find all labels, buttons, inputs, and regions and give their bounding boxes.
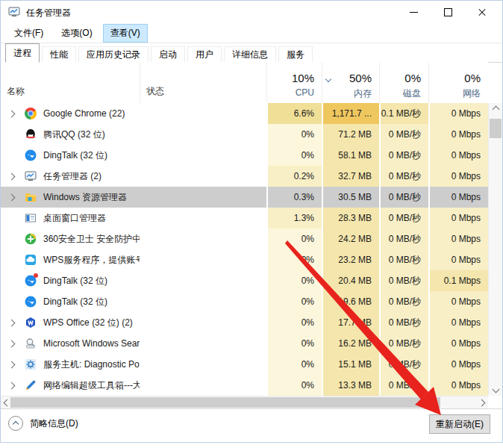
tab-users[interactable]: 用户	[187, 46, 222, 62]
process-name: 桌面窗口管理器	[43, 212, 106, 225]
expand-chevron-icon[interactable]	[7, 195, 16, 200]
memory-cell: 30.5 MB	[322, 187, 379, 208]
process-table-body: Google Chrome (22)6.6%1,171.7 ...0.1 MB/…	[1, 103, 488, 396]
process-row[interactable]: DingTalk (32 位)0%19.6 MB0 MB/秒0 Mbps	[1, 291, 488, 312]
process-row[interactable]: WPS Office (32 位) (2)0%17.7 MB0 MB/秒0 Mb…	[1, 312, 488, 333]
tab-services[interactable]: 服务	[278, 46, 313, 62]
column-header-disk[interactable]: 0% 磁盘	[379, 62, 428, 103]
collapse-circle-icon	[8, 416, 23, 431]
cpu-cell: 0.3%	[266, 187, 322, 208]
cpu-cell: 0%	[266, 228, 322, 249]
restart-button[interactable]: 重新启动(E)	[429, 414, 490, 434]
scrollbar-corner	[488, 396, 502, 408]
column-header-status[interactable]: 状态	[140, 62, 266, 103]
process-status-cell	[140, 333, 266, 354]
process-row[interactable]: 桌面窗口管理器1.3%28.3 MB0 MB/秒0 Mbps	[1, 208, 488, 228]
column-header-memory[interactable]: 50% 内存	[322, 62, 379, 103]
memory-cell: 20.4 MB	[322, 270, 379, 291]
process-status-cell	[140, 124, 266, 145]
process-name: DingTalk (32 位)	[43, 149, 107, 162]
process-row[interactable]: Windows 资源管理器0.3%30.5 MB0 MB/秒0 Mbps	[1, 187, 488, 208]
tab-performance[interactable]: 性能	[42, 46, 76, 62]
chevron-left-icon	[4, 399, 11, 406]
cpu-cell: 0%	[266, 249, 322, 270]
process-row[interactable]: 服务主机: Diagnostic Policy S...0%15.1 MB0 M…	[1, 354, 488, 375]
network-cell: 0 Mbps	[428, 249, 488, 270]
menu-options[interactable]: 选项(O)	[54, 24, 99, 43]
network-cell: 0 Mbps	[428, 354, 488, 375]
cpu-cell: 0%	[266, 270, 322, 291]
expand-chevron-icon[interactable]	[7, 362, 16, 367]
disk-total: 0%	[380, 62, 428, 85]
process-row[interactable]: 网络编辑超级工具箱---大海加...0%13.3 MB0 MB/秒0 Mbps	[1, 375, 488, 396]
tab-processes[interactable]: 进程	[5, 43, 40, 63]
process-name: 服务主机: Diagnostic Policy S...	[43, 358, 140, 371]
services-icon	[25, 358, 37, 370]
process-name-cell: DingTalk (32 位)	[1, 145, 140, 166]
scroll-right-button[interactable]	[475, 396, 488, 408]
memory-cell: 32.7 MB	[322, 166, 379, 187]
menu-view[interactable]: 查看(V)	[103, 24, 148, 43]
memory-cell: 16.2 MB	[322, 333, 379, 354]
horizontal-scrollbar-thumb[interactable]	[10, 397, 440, 408]
process-row[interactable]: 360安全卫士 安全防护中心模块...0%24.2 MB0 MB/秒0 Mbps	[1, 228, 488, 249]
expand-chevron-icon[interactable]	[7, 383, 16, 388]
minimize-button[interactable]	[396, 1, 431, 23]
scroll-up-button[interactable]	[489, 103, 502, 116]
process-name: WPS服务程序，提供账号登录...	[43, 254, 140, 267]
safe360-icon	[25, 233, 37, 245]
column-header-cpu[interactable]: 10% CPU	[266, 62, 322, 103]
scroll-down-button[interactable]	[489, 383, 502, 396]
column-header-name[interactable]: 名称	[1, 62, 140, 103]
task-manager-app-icon	[8, 6, 20, 18]
menu-file[interactable]: 文件(F)	[7, 24, 51, 43]
vertical-scrollbar[interactable]	[488, 103, 502, 396]
title-bar: 任务管理器	[1, 1, 502, 23]
qq-icon	[25, 128, 37, 140]
tab-startup[interactable]: 启动	[151, 46, 185, 62]
process-row[interactable]: Microsoft Windows Search ...0%16.2 MB0 M…	[1, 333, 488, 354]
expand-chevron-icon[interactable]	[7, 320, 16, 326]
cpu-cell: 0%	[266, 312, 322, 333]
close-button[interactable]	[465, 1, 499, 23]
cpu-cell: 1.3%	[266, 208, 322, 228]
expand-chevron-icon[interactable]	[7, 111, 16, 116]
process-row[interactable]: Google Chrome (22)6.6%1,171.7 ...0.1 MB/…	[1, 103, 488, 124]
memory-cell: 71.2 MB	[322, 124, 379, 145]
process-name: 任务管理器 (2)	[43, 170, 101, 183]
tab-app-history[interactable]: 应用历史记录	[78, 46, 149, 62]
menu-bar: 文件(F) 选项(O) 查看(V)	[1, 23, 502, 43]
process-row[interactable]: DingTalk (32 位)0%20.4 MB0 MB/秒0.1 Mbps	[1, 270, 488, 291]
expand-chevron-icon[interactable]	[7, 341, 16, 346]
tab-strip: 进程 性能 应用历史记录 启动 用户 详细信息 服务	[1, 43, 502, 63]
tab-details[interactable]: 详细信息	[224, 46, 276, 62]
process-row[interactable]: DingTalk (32 位)0%58.1 MB0 MB/秒0 Mbps	[1, 145, 488, 166]
process-row[interactable]: 腾讯QQ (32 位)0%71.2 MB0 MB/秒0 Mbps	[1, 124, 488, 145]
process-status-cell	[140, 312, 266, 333]
disk-cell: 0 MB/秒	[379, 145, 428, 166]
process-name: DingTalk (32 位)	[43, 296, 107, 308]
process-row[interactable]: WPS服务程序，提供账号登录...0%23.2 MB0 MB/秒0 Mbps	[1, 249, 488, 270]
wpsoffice-icon	[25, 317, 37, 329]
maximize-icon	[444, 8, 452, 16]
taskmgr-icon	[25, 170, 37, 182]
memory-cell: 58.1 MB	[322, 145, 379, 166]
fewer-details-toggle[interactable]: 简略信息(D)	[8, 416, 78, 431]
network-cell: 0 Mbps	[428, 208, 488, 228]
memory-cell: 28.3 MB	[322, 208, 379, 228]
cpu-cell: 0%	[266, 375, 322, 396]
expand-chevron-icon[interactable]	[7, 174, 16, 179]
horizontal-scrollbar[interactable]	[1, 396, 488, 408]
dingtalk-icon	[25, 296, 37, 308]
process-name-cell: 网络编辑超级工具箱---大海加...	[1, 375, 140, 396]
network-cell: 0 Mbps	[428, 124, 488, 145]
process-row[interactable]: 任务管理器 (2)0.2%32.7 MB0 MB/秒0 Mbps	[1, 166, 488, 187]
memory-total: 50%	[349, 72, 372, 84]
process-name: DingTalk (32 位)	[43, 275, 107, 287]
column-header-network[interactable]: 0% 网络	[428, 62, 488, 103]
window-title: 任务管理器	[26, 7, 71, 19]
vertical-scrollbar-thumb[interactable]	[490, 119, 502, 138]
cpu-cell: 0%	[266, 124, 322, 145]
process-status-cell	[140, 228, 266, 249]
maximize-button[interactable]	[431, 1, 465, 23]
